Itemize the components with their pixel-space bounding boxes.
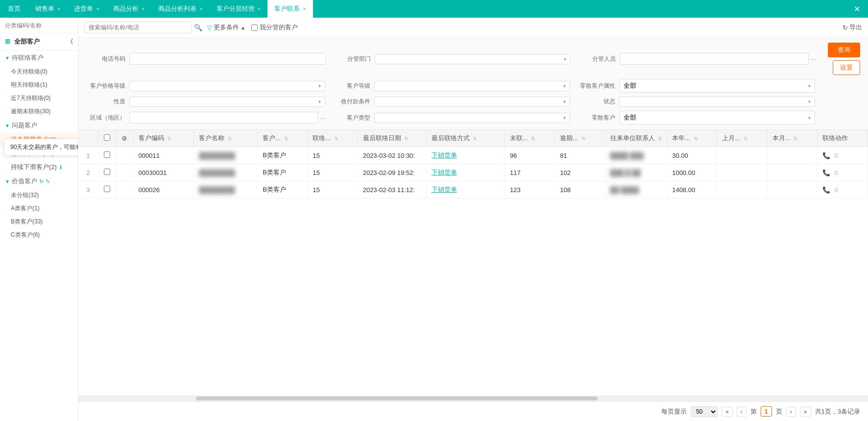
- sidebar-section-problem[interactable]: ▼ 问题客户 90天未交易的客户，可能有流失风险。: [0, 118, 78, 133]
- prev-page-button[interactable]: ‹: [737, 407, 747, 417]
- filter-person-input[interactable]: [620, 53, 809, 65]
- settings-icon[interactable]: ⚙: [121, 135, 127, 142]
- link-way-1[interactable]: 下销货单: [432, 151, 457, 159]
- filter-customer-type-select[interactable]: ▾: [374, 113, 570, 123]
- per-page-select[interactable]: 50 100 200: [691, 406, 718, 417]
- next-page-button[interactable]: ›: [786, 407, 796, 417]
- sort-icon[interactable]: ⇅: [473, 136, 477, 141]
- filter-dept-select[interactable]: ▾: [375, 54, 571, 64]
- sidebar-section-value[interactable]: ▼ 价值客户 ↻ ✎: [0, 174, 78, 189]
- link-way-2[interactable]: 下销货单: [432, 169, 457, 176]
- filter-dept-label: 分管部门: [332, 55, 371, 63]
- row-checkbox-1[interactable]: [104, 151, 110, 158]
- close-icon-active[interactable]: ×: [303, 6, 306, 12]
- chevron-down-icon: ▾: [563, 99, 566, 104]
- sidebar-section-pending[interactable]: ▼ 待联络客户: [0, 50, 78, 65]
- sidebar-item-a-class[interactable]: A类客户(1): [0, 202, 78, 215]
- filter-search-input[interactable]: [84, 22, 192, 33]
- sort-icon[interactable]: ⇅: [284, 136, 288, 141]
- sidebar-item-declining[interactable]: 持续下滑客户(2) ℹ: [0, 160, 78, 174]
- sidebar-item-overdue[interactable]: 逾期未联络(30): [0, 105, 78, 118]
- sidebar-item-c-class[interactable]: C类客户(6): [0, 228, 78, 242]
- action-icon-phone[interactable]: 📞: [822, 169, 830, 176]
- scrollbar-thumb[interactable]: [196, 396, 598, 400]
- filter-phone-input[interactable]: [129, 53, 326, 65]
- action-icon-more[interactable]: ⁞⁞: [834, 169, 838, 176]
- query-button[interactable]: 查询: [828, 43, 860, 57]
- td-action-1: 📞 ⁞⁞: [817, 147, 868, 164]
- nav-tab-sales[interactable]: 销售单 ×: [28, 0, 67, 18]
- close-icon[interactable]: ×: [96, 6, 99, 12]
- action-icon-phone[interactable]: 📞: [822, 152, 830, 159]
- filter-price-level-select[interactable]: ▾: [129, 81, 325, 91]
- close-icon[interactable]: ×: [57, 6, 60, 12]
- td-this-month-1: [767, 147, 817, 164]
- blurred-person-2: ███ █ ██: [610, 169, 641, 176]
- td-contact-1: 15: [308, 147, 358, 164]
- filter-search-button[interactable]: 🔍: [194, 24, 202, 31]
- nav-tab-purchase[interactable]: 进货单 ×: [67, 0, 106, 18]
- nav-tab-analysis-list[interactable]: 商品分析列表 ×: [151, 0, 209, 18]
- sort-icon[interactable]: ⇅: [794, 136, 797, 141]
- action-icon-more[interactable]: ⁞⁞: [834, 186, 838, 194]
- refresh-icon[interactable]: ↻: [39, 178, 44, 185]
- sidebar-all-customers[interactable]: ⊞ 全部客户 《: [0, 33, 78, 50]
- sidebar-collapse-icon[interactable]: 《: [67, 38, 73, 46]
- close-icon[interactable]: ×: [258, 6, 261, 12]
- action-icon-phone[interactable]: 📞: [822, 186, 830, 194]
- filter-price-level-label: 客户价格等级: [86, 82, 125, 90]
- row-checkbox-3[interactable]: [104, 186, 110, 192]
- sort-icon[interactable]: ⇅: [658, 136, 662, 141]
- ellipsis-icon2[interactable]: ···: [320, 114, 325, 122]
- td-name-3: ████████: [194, 181, 258, 198]
- th-settings[interactable]: ⚙: [116, 130, 133, 147]
- close-icon[interactable]: ×: [142, 6, 145, 12]
- nav-tab-analysis[interactable]: 商品分析 ×: [106, 0, 151, 18]
- sidebar-item-b-class[interactable]: B类客户(33): [0, 215, 78, 228]
- info-icon2: ℹ: [60, 164, 62, 170]
- nav-tab-customer-contact[interactable]: 客户联系 ×: [267, 0, 313, 18]
- action-icon-more[interactable]: ⁞⁞: [834, 152, 838, 159]
- filter-more-button[interactable]: ▽ 更多条件 ▲: [207, 23, 245, 32]
- ellipsis-icon[interactable]: ···: [811, 55, 816, 63]
- filter-customer-type-field: 客户类型 ▾: [331, 113, 570, 123]
- nav-home[interactable]: 首页: [0, 0, 28, 18]
- select-all-checkbox[interactable]: [104, 134, 110, 141]
- row-checkbox-2[interactable]: [104, 169, 110, 175]
- first-page-button[interactable]: «: [722, 407, 733, 417]
- setting-button[interactable]: 设置: [833, 60, 860, 75]
- export-button[interactable]: ↻ 导出: [843, 23, 862, 32]
- filter-casual-select[interactable]: 全部 ▾: [619, 111, 815, 124]
- window-close-btn[interactable]: ✕: [854, 4, 868, 14]
- sort-icon[interactable]: ⇅: [531, 136, 535, 141]
- sort-icon[interactable]: ⇅: [228, 136, 232, 141]
- link-way-3[interactable]: 下销货单: [432, 186, 457, 193]
- filter-region-field: 区域（地区） ···: [86, 112, 325, 124]
- filter-payment-select[interactable]: ▾: [374, 97, 570, 107]
- sidebar-search-input[interactable]: [5, 22, 78, 29]
- sort-icon[interactable]: ⇅: [744, 136, 747, 141]
- sidebar-item-7days[interactable]: 近7天待联络(0): [0, 92, 78, 105]
- close-icon[interactable]: ×: [199, 6, 202, 12]
- sort-icon[interactable]: ⇅: [581, 136, 585, 141]
- last-page-button[interactable]: »: [800, 407, 811, 417]
- filter-region-input[interactable]: [129, 112, 318, 124]
- nav-tab-customer-layer[interactable]: 客户分层经营 ×: [210, 0, 267, 18]
- td-last-month-3: [717, 181, 767, 198]
- sort-icon[interactable]: ⇅: [167, 136, 171, 141]
- sort-icon[interactable]: ⇅: [694, 136, 698, 141]
- filter-customer-level-select[interactable]: ▾: [374, 81, 570, 91]
- sidebar-item-tomorrow[interactable]: 明天待联络(1): [0, 78, 78, 92]
- td-type-3: B类客户: [258, 181, 308, 198]
- filter-nature-select[interactable]: ▾: [129, 97, 325, 107]
- my-customers-checkbox[interactable]: [251, 25, 258, 31]
- sort-icon[interactable]: ⇅: [334, 136, 338, 141]
- chevron-down-icon: ▾: [564, 56, 566, 62]
- filter-casual-attr-select[interactable]: 全部 ▾: [619, 79, 815, 93]
- horizontal-scrollbar[interactable]: [78, 396, 868, 401]
- sort-icon[interactable]: ⇅: [404, 136, 408, 141]
- sidebar-item-today[interactable]: 今天待联络(0): [0, 65, 78, 78]
- edit-icon[interactable]: ✎: [46, 178, 50, 185]
- sidebar-item-ungrouped[interactable]: 未分组(32): [0, 189, 78, 202]
- filter-status-select[interactable]: ▾: [619, 97, 815, 107]
